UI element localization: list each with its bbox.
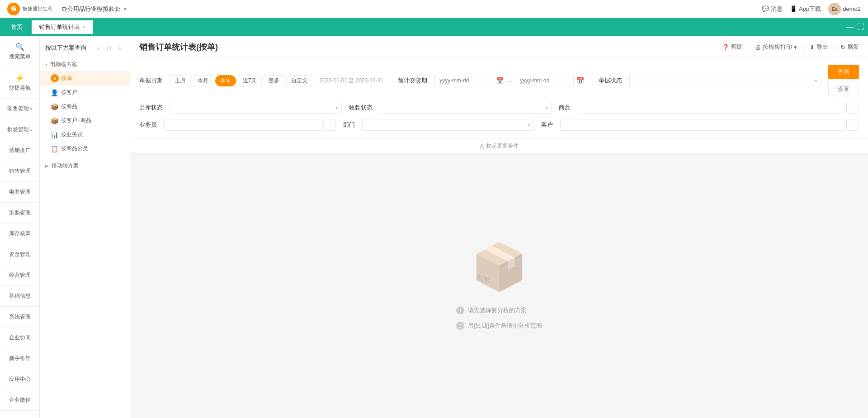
empty-illustration: 📦 xyxy=(471,240,528,294)
divider3: | xyxy=(834,44,835,51)
status-select[interactable] xyxy=(629,75,821,86)
tree-group-pc-arrow: ▾ xyxy=(45,62,47,67)
sidebar: 🔍 搜索菜单 ⚡ 快捷导航 零售管理 ▾ 批发管理 ▴ 营销推广 销售管理 电商… xyxy=(0,36,40,418)
tree-group-mobile-arrow: ▶ xyxy=(45,163,49,168)
window-minimize-icon[interactable]: — xyxy=(846,23,854,31)
salesman-input[interactable] xyxy=(164,119,321,131)
expected-date-end[interactable] xyxy=(515,75,574,86)
sidebar-item-search[interactable]: 🔍 搜索菜单 xyxy=(0,36,39,67)
date-separator: — xyxy=(506,77,512,84)
action-buttons: 查询 设置 xyxy=(828,65,859,96)
sidebar-item-purchase[interactable]: 采购管理 xyxy=(0,203,39,223)
tree-item-cust-goods[interactable]: 📦 按客户+商品 xyxy=(40,114,130,128)
add-scheme-button[interactable]: + xyxy=(94,43,103,52)
tree-item-customer[interactable]: 👤 按客户 xyxy=(40,86,130,100)
tree-group-pc: ▾ 电脑端方案 ● 按单 👤 按客户 📦 按商品 📦 按客户+商品 📊 按业 xyxy=(40,56,130,157)
pay-status-select[interactable] xyxy=(380,102,552,114)
sidebar-item-ecommerce[interactable]: 电商管理 xyxy=(0,182,39,203)
customer-label: 客户 xyxy=(541,121,553,129)
sidebar-item-member[interactable]: 畅会员 xyxy=(0,411,39,418)
tip-number-2: 2 xyxy=(456,322,464,330)
tree-group-mobile: ▶ 移动端方案 xyxy=(40,157,130,174)
main-content: 销售订单统计表(按单) ❓ 帮助 | 🖨 按模板打印 ▾ | ⬇ xyxy=(130,36,868,418)
page-title-row: 销售订单统计表(按单) ❓ 帮助 | 🖨 按模板打印 ▾ | ⬇ xyxy=(139,42,859,57)
date-btn-thismonth[interactable]: 本月 xyxy=(193,75,213,86)
tab-sales-order[interactable]: 销售订单统计表 × xyxy=(32,20,93,34)
customer-ellipsis-button[interactable]: ··· xyxy=(846,119,859,131)
page-title: 销售订单统计表(按单) xyxy=(139,42,218,52)
sidebar-item-wechat[interactable]: 企业微信 xyxy=(0,390,39,411)
customer-scheme-icon: 👤 xyxy=(51,89,58,96)
dept-select[interactable] xyxy=(362,119,534,131)
status-label: 单据状态 xyxy=(599,76,622,85)
refresh-button[interactable]: ↻ 刷新 xyxy=(840,43,859,51)
tree-group-mobile-label[interactable]: ▶ 移动端方案 xyxy=(40,159,130,172)
tree-group-pc-label[interactable]: ▾ 电脑端方案 xyxy=(40,58,130,71)
sidebar-item-newbie[interactable]: 新手引导 xyxy=(0,348,39,369)
avatar: Ea xyxy=(828,3,841,15)
goods-scheme-icon: 📦 xyxy=(51,103,58,110)
sidebar-item-apps[interactable]: 应用中心 xyxy=(0,369,39,390)
sidebar-item-base[interactable]: 基础信息 xyxy=(0,286,39,307)
message-button[interactable]: 💬 消息 xyxy=(762,5,783,13)
date-btn-custom[interactable]: 自定义 xyxy=(286,75,312,86)
calendar-icon-2[interactable]: 📅 xyxy=(576,77,584,84)
user-profile[interactable]: Ea demo2 xyxy=(828,3,861,15)
goods-label: 商品 xyxy=(559,104,571,112)
page-header: 销售订单统计表(按单) ❓ 帮助 | 🖨 按模板打印 ▾ | ⬇ xyxy=(130,36,868,57)
tree-item-salesman[interactable]: 📊 按业务员 xyxy=(40,128,130,142)
tree-item-goods[interactable]: 📦 按商品 xyxy=(40,100,130,114)
logo[interactable]: 畅 畅捷通好生意 xyxy=(7,3,52,15)
sidebar-item-wholesale[interactable]: 批发管理 ▴ xyxy=(0,119,39,140)
out-status-wrapper: ▾ xyxy=(170,102,342,114)
search-button[interactable]: 查询 xyxy=(828,65,859,79)
app-download-button[interactable]: 📱 App下载 xyxy=(790,5,821,13)
tab-close-icon[interactable]: × xyxy=(83,24,86,30)
settings-scheme-button[interactable]: ⊙ xyxy=(104,43,113,52)
date-range-text: 2023-01-01 至 2023-12-31 xyxy=(320,77,383,85)
tree-item-category[interactable]: 📋 按商品分类 xyxy=(40,142,130,156)
pay-status-label: 收款状态 xyxy=(349,104,373,112)
sidebar-item-shortcut[interactable]: ⚡ 快捷导航 xyxy=(0,67,39,99)
sidebar-item-inventory[interactable]: 库存核算 xyxy=(0,223,39,244)
tabbar-right: — ⛶ xyxy=(846,23,864,31)
help-button[interactable]: ❓ 帮助 xyxy=(722,43,743,51)
tree-item-order[interactable]: ● 按单 xyxy=(40,71,130,86)
sidebar-item-retail[interactable]: 零售管理 ▾ xyxy=(0,99,39,119)
shortcut-icon: ⚡ xyxy=(15,74,24,82)
goods-input[interactable] xyxy=(578,102,844,114)
out-status-label: 出库状态 xyxy=(139,104,163,112)
collapse-button[interactable]: ⋀ 收起更多条件 xyxy=(480,142,519,150)
out-status-select[interactable] xyxy=(170,102,342,114)
left-panel-icons: + ⊙ « xyxy=(94,43,124,52)
template-print-button[interactable]: 🖨 按模板打印 ▾ xyxy=(755,43,797,51)
reset-button[interactable]: 设置 xyxy=(828,82,859,96)
date-btn-thisyear[interactable]: 本年 xyxy=(215,75,236,86)
customer-input[interactable] xyxy=(560,119,844,131)
sidebar-item-sales[interactable]: 销售管理 xyxy=(0,161,39,182)
tabbar: 首页 销售订单统计表 × — ⛶ xyxy=(0,18,868,36)
sidebar-item-system[interactable]: 系统管理 xyxy=(0,307,39,328)
sidebar-item-marketing[interactable]: 营销推广 xyxy=(0,140,39,161)
sidebar-item-collab[interactable]: 企业协同 xyxy=(0,328,39,348)
print-arrow-icon: ▾ xyxy=(794,44,797,51)
date-btn-more[interactable]: 更多 xyxy=(264,75,284,86)
date-btn-7days[interactable]: 近7天 xyxy=(238,75,262,86)
sidebar-item-operations[interactable]: 经营管理 xyxy=(0,265,39,286)
main-layout: 🔍 搜索菜单 ⚡ 快捷导航 零售管理 ▾ 批发管理 ▴ 营销推广 销售管理 电商… xyxy=(0,36,868,418)
date-filter-buttons: 上月 本月 本年 近7天 更多 自定义 xyxy=(170,75,312,86)
topbar: 畅 畅捷通好生意 办公用品行业模拟账套 ▾ 💬 消息 📱 App下载 Ea de… xyxy=(0,0,868,18)
tab-home[interactable]: 首页 xyxy=(4,20,30,34)
goods-ellipsis-button[interactable]: ··· xyxy=(846,102,859,114)
collapse-icon: ⋀ xyxy=(480,143,484,149)
collapse-panel-button[interactable]: « xyxy=(115,43,124,52)
status-select-wrapper: ▾ xyxy=(629,75,821,86)
expected-date-start[interactable] xyxy=(434,75,493,86)
calendar-icon-1[interactable]: 📅 xyxy=(496,77,504,84)
date-btn-lastmonth[interactable]: 上月 xyxy=(170,75,191,86)
salesman-ellipsis-button[interactable]: ··· xyxy=(323,119,336,131)
window-maximize-icon[interactable]: ⛶ xyxy=(857,23,864,31)
export-button[interactable]: ⬇ 导出 xyxy=(810,43,828,51)
breadcrumb-dropdown-icon[interactable]: ▾ xyxy=(124,6,127,12)
sidebar-item-finance[interactable]: 资金管理 xyxy=(0,244,39,265)
